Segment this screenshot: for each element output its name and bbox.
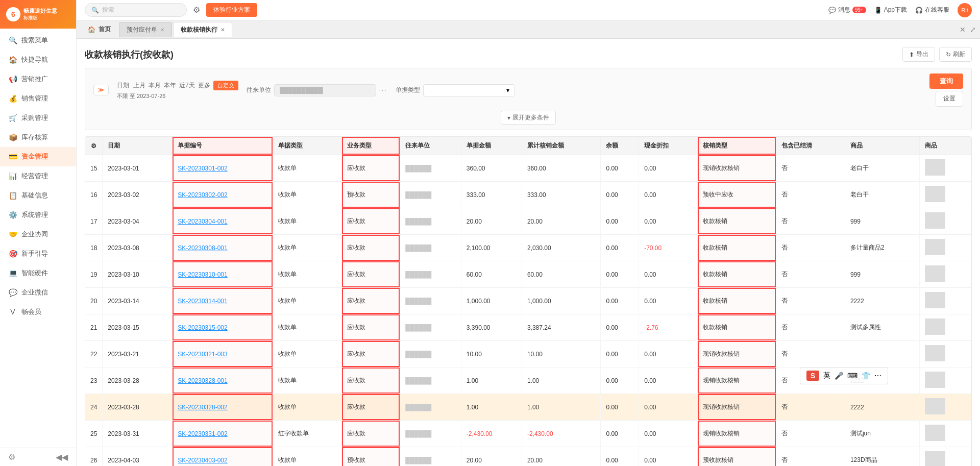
- sidebar-label-quicknav: 快捷导航: [21, 55, 48, 64]
- app-download-item[interactable]: 📱 App下载: [874, 6, 907, 14]
- tab-prepay[interactable]: 预付应付单 ✕: [119, 22, 172, 37]
- user-avatar[interactable]: Rit: [958, 3, 972, 17]
- sk-link[interactable]: SK-20230302-002: [178, 191, 227, 199]
- sidebar-item-system[interactable]: ⚙️系统管理: [0, 205, 76, 225]
- sidebar-item-finance[interactable]: 💳资金管理: [0, 147, 76, 166]
- sidebar-item-search[interactable]: 🔍搜索菜单: [0, 31, 76, 50]
- keyboard-icon[interactable]: ⌨: [847, 372, 857, 380]
- date-opt-more[interactable]: 更多: [198, 81, 210, 90]
- th-discount: 现金折扣: [639, 137, 698, 155]
- sidebar-item-basics[interactable]: 📋基础信息: [0, 186, 76, 205]
- td-partner: ██████: [400, 288, 461, 314]
- sidebar-bottom: ⚙ ◀◀: [0, 448, 76, 466]
- date-custom-button[interactable]: 自定义: [213, 81, 238, 90]
- sidebar-item-operations[interactable]: 📊经营管理: [0, 166, 76, 186]
- sidebar-item-inventory[interactable]: 📦库存核算: [0, 128, 76, 147]
- td-settled: 否: [776, 394, 845, 421]
- sk-link[interactable]: SK-20230328-001: [178, 377, 227, 384]
- sk-link[interactable]: SK-20230403-002: [178, 457, 227, 464]
- th-gear[interactable]: ⚙: [85, 137, 103, 155]
- sk-link[interactable]: SK-20230301-002: [178, 165, 227, 172]
- td-no: 23: [85, 367, 103, 394]
- sk-link[interactable]: SK-20230308-001: [178, 244, 227, 252]
- td-date: 2023-03-02: [103, 182, 173, 208]
- tab-prepay-close[interactable]: ✕: [160, 27, 164, 33]
- sk-link[interactable]: SK-20230315-002: [178, 324, 227, 331]
- date-options: 上月 本月 本年 近7天 更多 自定义: [133, 81, 238, 90]
- date-opt-cur-year[interactable]: 本年: [164, 81, 176, 90]
- td-sk: SK-20230321-003: [173, 341, 273, 367]
- td-biz: 应收款: [341, 288, 400, 314]
- sidebar-item-marketing[interactable]: 📢营销推广: [0, 69, 76, 89]
- data-table-wrapper: ⚙ 日期 单据编号 单据类型 业务类型 往来单位 单据金额 累计核销金额 余额 …: [85, 136, 972, 466]
- export-button[interactable]: ⬆ 导出: [902, 47, 935, 62]
- sidebar-item-quicknav[interactable]: 🏠快捷导航: [0, 50, 76, 69]
- tabbar-right: ✕ ⤢: [960, 26, 976, 34]
- maximize-icon[interactable]: ⤢: [970, 26, 976, 34]
- settings-icon[interactable]: ⚙: [8, 452, 15, 462]
- more-icon[interactable]: ⋯: [874, 372, 881, 380]
- td-sk: SK-20230328-002: [173, 394, 273, 421]
- date-opt-7days[interactable]: 近7天: [179, 81, 195, 90]
- td-biz: 预收款: [341, 447, 400, 467]
- sk-link[interactable]: SK-20230321-003: [178, 351, 227, 358]
- close-window-icon[interactable]: ✕: [960, 26, 966, 34]
- refresh-button[interactable]: ↻ 刷新: [939, 47, 972, 62]
- shirt-icon[interactable]: 👕: [862, 372, 870, 380]
- td-sk: SK-20230302-002: [173, 182, 273, 208]
- filter-settings-button[interactable]: 设置: [936, 91, 963, 107]
- sidebar-item-member[interactable]: V畅会员: [0, 302, 76, 322]
- search-placeholder: 搜索: [102, 6, 114, 14]
- sidebar-item-hardware[interactable]: 💻智能硬件: [0, 263, 76, 283]
- newbie-icon: 🎯: [8, 250, 17, 258]
- sidebar-item-purchase[interactable]: 🛒采购管理: [0, 108, 76, 128]
- message-item[interactable]: 💬 消息 99+: [828, 6, 866, 14]
- td-settled: 否: [776, 235, 845, 261]
- query-button[interactable]: 查询: [929, 73, 963, 89]
- date-opt-cur-month[interactable]: 本月: [149, 81, 161, 90]
- receipt-type-select[interactable]: ▾: [423, 84, 515, 96]
- table-row: 20 2023-03-14 SK-20230314-001 收款单 应收款 ██…: [85, 288, 971, 314]
- service-item[interactable]: 🎧 在线客服: [915, 6, 949, 14]
- sidebar-label-marketing: 营销推广: [21, 75, 48, 84]
- sk-link[interactable]: SK-20230304-001: [178, 218, 227, 225]
- quicknav-icon: 🏠: [8, 56, 17, 64]
- tab-receipt[interactable]: 收款核销执行 ✕: [173, 22, 232, 37]
- sk-link[interactable]: SK-20230314-001: [178, 298, 227, 305]
- td-verified: 20.00: [522, 208, 601, 235]
- sidebar-logo: 6 畅康道好生意 标推版: [0, 0, 76, 29]
- table-body: 15 2023-03-01 SK-20230301-002 收款单 应收款 ██…: [85, 155, 971, 467]
- sk-link[interactable]: SK-20230331-002: [178, 430, 227, 437]
- date-opt-prev-month[interactable]: 上月: [133, 81, 145, 90]
- sk-link[interactable]: SK-20230310-001: [178, 271, 227, 278]
- td-no: 22: [85, 341, 103, 367]
- tab-home-label: 首页: [99, 25, 111, 34]
- solution-button[interactable]: 体验行业方案: [206, 3, 257, 17]
- filter-toggle-button[interactable]: ≫: [93, 85, 109, 95]
- td-partner: ██████: [400, 394, 461, 421]
- table-row: 16 2023-03-02 SK-20230302-002 收款单 预收款 ██…: [85, 182, 971, 208]
- gear-icon[interactable]: ⚙: [193, 5, 200, 15]
- tab-receipt-close[interactable]: ✕: [220, 27, 225, 33]
- sidebar-item-newbie[interactable]: 🎯新手引导: [0, 244, 76, 263]
- counterpart-input[interactable]: [274, 84, 376, 96]
- table-row: 21 2023-03-15 SK-20230315-002 收款单 应收款 ██…: [85, 314, 971, 341]
- sales-icon: 💰: [8, 94, 17, 103]
- td-balance: 0.00: [601, 394, 639, 421]
- td-no: 24: [85, 394, 103, 421]
- collapse-icon[interactable]: ◀◀: [56, 452, 68, 462]
- tab-home[interactable]: 🏠 首页: [81, 22, 118, 37]
- td-verified: 1.00: [522, 394, 601, 421]
- user-label: Rit: [961, 7, 968, 13]
- sidebar-item-wechat[interactable]: 💬企业微信: [0, 283, 76, 302]
- microphone-icon[interactable]: 🎤: [835, 372, 843, 380]
- expand-conditions-button[interactable]: ▾ 展开更多条件: [501, 111, 556, 125]
- td-partner: ██████: [400, 341, 461, 367]
- sk-link[interactable]: SK-20230328-002: [178, 404, 227, 411]
- td-sk: SK-20230301-002: [173, 155, 273, 182]
- sidebar-label-purchase: 采购管理: [21, 113, 48, 122]
- td-verify-type: 预收中应收: [697, 182, 776, 208]
- sidebar-item-sales[interactable]: 💰销售管理: [0, 89, 76, 108]
- sidebar-item-enterprise[interactable]: 🤝企业协同: [0, 225, 76, 244]
- td-verified: 60.00: [522, 261, 601, 288]
